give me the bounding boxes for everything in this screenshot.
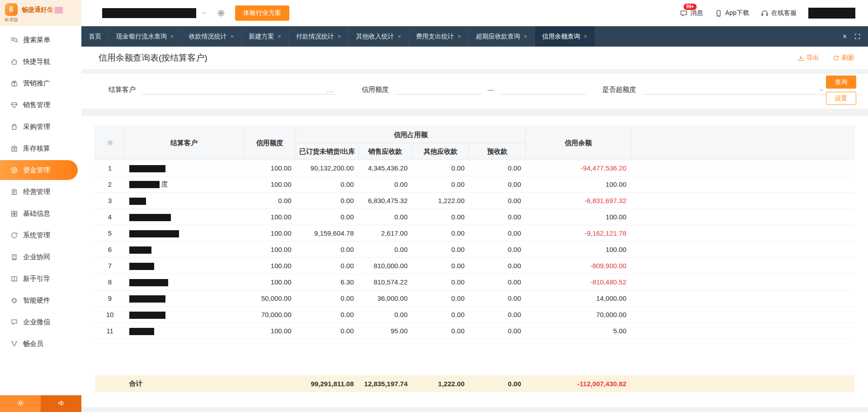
logo-redaction <box>55 7 63 14</box>
header-customer: 结算客户 <box>125 127 244 160</box>
sidebar-settings-button[interactable] <box>0 395 41 412</box>
tab-expense-stats[interactable]: 费用支出统计× <box>409 26 469 47</box>
content: 信用余额查询表(按结算客户) 导出 刷新 结算客户 ... 信用额度 — 是否超… <box>81 47 868 412</box>
tab-cash-bank-flow[interactable]: 现金银行流水查询× <box>109 26 182 47</box>
sidebar-item-sales[interactable]: 销售管理 <box>0 94 81 116</box>
range-separator: — <box>487 85 494 95</box>
fullscreen-icon[interactable] <box>854 33 861 40</box>
export-button[interactable]: 导出 <box>797 54 819 62</box>
settings-button[interactable]: 设置 <box>826 92 856 105</box>
table-row[interactable]: 8100.006.30810,574.220.000.00-810,480.52 <box>95 274 854 290</box>
chevron-down-icon <box>818 87 825 93</box>
report-table-card: 结算客户 信用额度 信用占用额 信用余额 已订货未销货/出库 销售应收款 其他应… <box>81 116 868 407</box>
sidebar-item-funds[interactable]: 资金管理 <box>0 160 78 180</box>
sidebar-item-base-info[interactable]: 基础信息 <box>0 203 81 224</box>
refresh-button[interactable]: 刷新 <box>833 54 854 62</box>
page-title: 信用余额查询表(按结算客户) <box>99 52 208 64</box>
sidebar-item-wechat[interactable]: 企业微信 <box>0 311 81 333</box>
sidebar-item-purchase[interactable]: 采购管理 <box>0 116 81 137</box>
row-number: 11 <box>95 323 125 339</box>
row-number: 2 <box>95 176 125 193</box>
tab-close-icon[interactable]: × <box>170 33 174 40</box>
customer-cell-redacted <box>125 307 244 323</box>
chevron-down-icon[interactable] <box>201 10 207 16</box>
tab-home[interactable]: 首页 <box>81 26 109 47</box>
filter-bar: 结算客户 ... 信用额度 — 是否超额度 查询 设置 <box>81 74 868 109</box>
sidebar-item-system[interactable]: 系统管理 <box>0 224 81 246</box>
tab-close-icon[interactable]: × <box>231 33 234 40</box>
guide-icon <box>10 275 18 283</box>
header-filler <box>631 127 854 160</box>
tab-receipt-stats[interactable]: 收款情况统计× <box>182 26 242 47</box>
tab-overdue-receivable[interactable]: 超期应收款查询× <box>469 26 535 47</box>
over-limit-select[interactable] <box>642 85 826 95</box>
credit-limit-min-input[interactable] <box>395 85 481 95</box>
customer-cell-redacted <box>125 323 244 339</box>
customer-cell-redacted <box>125 242 244 258</box>
online-service-button[interactable]: 在线客服 <box>761 9 797 17</box>
tab-credit-balance[interactable]: 信用余额查询× <box>535 26 595 47</box>
sidebar-item-search-menu[interactable]: 搜索菜单 <box>0 29 81 51</box>
trial-plan-button[interactable]: 体验行业方案 <box>235 5 289 21</box>
sidebar-item-member[interactable]: 畅会员 <box>0 333 81 355</box>
tab-other-income-stats[interactable]: 其他收入统计× <box>349 26 409 47</box>
credit-limit-max-input[interactable] <box>500 85 586 95</box>
app-root: 6 标准版 畅捷通好生 搜索菜单快捷导航营销推广销售管理采购管理库存核算资金管理… <box>0 0 868 412</box>
customer-cell-redacted <box>125 193 244 209</box>
table-body: 1100.0090,132,200.004,345,436.200.000.00… <box>95 160 854 339</box>
table-row[interactable]: 5100.009,159,604.782,617.000.000.00-9,16… <box>95 225 854 242</box>
table-row[interactable]: 1100.0090,132,200.004,345,436.200.000.00… <box>95 160 854 176</box>
member-icon <box>10 340 18 348</box>
app-download-button[interactable]: App下载 <box>715 9 749 17</box>
sidebar-item-operations[interactable]: 经营管理 <box>0 181 81 203</box>
tab-close-icon[interactable]: × <box>524 33 528 40</box>
tab-close-icon[interactable]: × <box>397 33 401 40</box>
gear-icon[interactable] <box>217 9 225 17</box>
table-row[interactable]: 950,000.000.0036,000.000.000.0014,000.00 <box>95 290 854 307</box>
table-row[interactable]: 11100.000.0095.000.000.005.00 <box>95 323 854 339</box>
sidebar-item-marketing[interactable]: 营销推广 <box>0 72 81 94</box>
messages-button[interactable]: 消息 99+ <box>680 9 703 17</box>
table-row[interactable]: 7100.000.00810,000.000.000.00-809,900.00 <box>95 258 854 274</box>
tab-close-icon[interactable]: × <box>458 33 461 40</box>
tab-close-icon[interactable]: × <box>584 33 587 40</box>
sidebar-item-guide[interactable]: 新手引导 <box>0 268 81 289</box>
table-row[interactable]: 1070,000.000.000.000.000.0070,000.00 <box>95 307 854 323</box>
row-number: 6 <box>95 242 125 258</box>
tab-list: 首页现金银行流水查询×收款情况统计×新建方案×付款情况统计×其他收入统计×费用支… <box>81 26 595 47</box>
query-button[interactable]: 查询 <box>826 76 856 89</box>
customer-filter-input[interactable]: ... <box>142 85 335 95</box>
tab-close-icon[interactable]: × <box>338 33 341 40</box>
close-all-tabs-icon[interactable]: × <box>843 33 847 41</box>
workspace-dropdown-redacted[interactable] <box>102 8 196 18</box>
search-menu-icon <box>10 36 18 44</box>
column-settings-button[interactable] <box>95 127 125 160</box>
customer-picker-button[interactable]: ... <box>327 86 334 94</box>
tab-new-plan[interactable]: 新建方案× <box>241 26 289 47</box>
edition-label: 标准版 <box>5 17 18 23</box>
account-redacted[interactable] <box>808 8 855 19</box>
sidebar-item-inventory[interactable]: 库存核算 <box>0 137 81 159</box>
row-number: 7 <box>95 258 125 274</box>
table-row[interactable]: 2度100.000.000.000.000.00100.00 <box>95 176 854 193</box>
table-row[interactable]: 6100.000.000.000.000.00100.00 <box>95 242 854 258</box>
customer-cell-redacted <box>125 160 244 176</box>
topbar: 体验行业方案 消息 99+ App下载 在线客服 <box>81 0 868 26</box>
customer-cell-redacted <box>125 258 244 274</box>
table-row[interactable]: 30.000.006,830,475.321,222.000.00-6,831,… <box>95 193 854 209</box>
collab-icon <box>10 253 18 261</box>
sidebar: 6 标准版 畅捷通好生 搜索菜单快捷导航营销推广销售管理采购管理库存核算资金管理… <box>0 0 81 412</box>
tab-payment-stats[interactable]: 付款情况统计× <box>289 26 349 47</box>
sidebar-announcement-button[interactable] <box>41 395 81 412</box>
header-credit-balance: 信用余额 <box>526 127 631 160</box>
sidebar-item-quick-nav[interactable]: 快捷导航 <box>0 51 81 72</box>
row-number: 1 <box>95 160 125 176</box>
export-icon <box>797 55 804 62</box>
sidebar-item-hardware[interactable]: 智能硬件 <box>0 289 81 311</box>
app-name: 畅捷通好生 <box>22 6 63 14</box>
spacer-row <box>95 339 854 375</box>
sidebar-item-collab[interactable]: 企业协同 <box>0 246 81 268</box>
table-row[interactable]: 4100.000.000.000.000.00100.00 <box>95 209 854 225</box>
tab-close-icon[interactable]: × <box>278 33 281 40</box>
customer-cell-redacted <box>125 225 244 242</box>
